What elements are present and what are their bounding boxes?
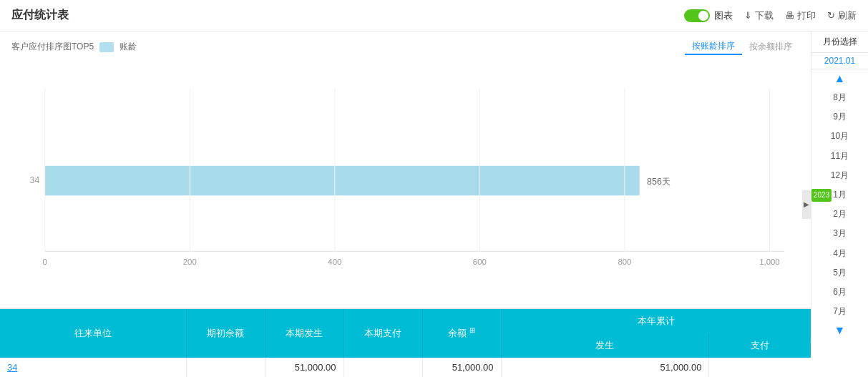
- balance-icon: ⊞: [469, 326, 475, 334]
- chart-toggle-group[interactable]: 图表: [684, 9, 733, 22]
- month-item-8[interactable]: 8月: [811, 88, 868, 107]
- content-area: 客户应付排序图TOP5 账龄 按账龄排序 按余额排序 34: [0, 31, 868, 377]
- header: 应付统计表 图表 ⇓ 下载 🖶 打印 ↻ 刷新: [0, 0, 868, 31]
- svg-text:1,000: 1,000: [759, 258, 780, 266]
- cell-current-occurrence: 51,000.00: [265, 358, 343, 377]
- page-title: 应付统计表: [11, 8, 69, 23]
- month-item-6[interactable]: 6月: [811, 283, 868, 302]
- legend-label: 客户应付排序图TOP5: [11, 41, 94, 53]
- th-vendor: 往来单位: [0, 309, 186, 358]
- table-section: 往来单位 期初余额 本期发生 本期支付 余额 ⊞ 本年累计 发生: [0, 308, 811, 377]
- month-item-5[interactable]: 5月: [811, 263, 868, 283]
- header-actions: 图表 ⇓ 下载 🖶 打印 ↻ 刷新: [684, 9, 857, 22]
- vendor-link[interactable]: 34: [7, 362, 17, 373]
- refresh-icon: ↻: [827, 10, 835, 21]
- chart-toggle[interactable]: [684, 9, 710, 22]
- sidebar-nav-up-button[interactable]: ▲: [811, 69, 868, 88]
- sort-by-amount-button[interactable]: 按账龄排序: [685, 39, 742, 55]
- month-item-1[interactable]: 2023 1月: [811, 185, 868, 205]
- sidebar-collapse-button[interactable]: ▶: [802, 190, 811, 219]
- month-item-12[interactable]: 12月: [811, 166, 868, 185]
- print-label: 打印: [797, 9, 816, 22]
- year-badge-2023: 2023: [811, 189, 832, 202]
- svg-text:800: 800: [618, 258, 631, 266]
- svg-rect-1: [45, 166, 640, 196]
- legend-box-label: 账龄: [120, 41, 137, 53]
- th-ytd-group: 本年累计: [501, 309, 811, 333]
- month-item-7[interactable]: 7月: [811, 302, 868, 321]
- cell-vendor: 34: [0, 358, 186, 377]
- sort-by-balance-button[interactable]: 按余额排序: [742, 39, 799, 55]
- th-current-payment: 本期支付: [343, 309, 422, 358]
- sidebar-nav-down-button[interactable]: ▼: [811, 321, 868, 340]
- svg-text:0: 0: [43, 258, 47, 266]
- month-item-10[interactable]: 10月: [811, 127, 868, 146]
- download-label: 下载: [755, 9, 774, 22]
- th-current-occurrence: 本期发生: [265, 309, 343, 358]
- chart-label: 图表: [714, 9, 733, 22]
- svg-text:200: 200: [183, 258, 197, 266]
- th-ytd-payment: 支付: [709, 333, 811, 358]
- legend-box: [99, 42, 114, 52]
- th-ytd-occurrence: 发生: [501, 333, 709, 358]
- month-list: 8月 9月 10月 11月 12月 2023 1月 2月 3月 4月 5月 6月…: [811, 88, 868, 321]
- th-opening-balance: 期初余额: [186, 309, 265, 358]
- chart-wrapper: 34 856天 0 200 400 600 800 1,000: [11, 61, 799, 300]
- month-item-3[interactable]: 3月: [811, 224, 868, 243]
- year-input[interactable]: [811, 53, 868, 69]
- sidebar-header: 月份选择: [811, 31, 868, 53]
- svg-text:856天: 856天: [647, 177, 670, 187]
- chart-header: 客户应付排序图TOP5 账龄 按账龄排序 按余额排序: [11, 39, 799, 55]
- data-table: 往来单位 期初余额 本期发生 本期支付 余额 ⊞ 本年累计 发生: [0, 309, 811, 377]
- bar-chart: 34 856天 0 200 400 600 800 1,000: [11, 61, 799, 300]
- sidebar-wrapper: ▶ 月份选择 ▲ 8月 9月 10月 11月 12月 2023 1月 2月 3月: [811, 31, 868, 377]
- download-icon: ⇓: [744, 10, 752, 21]
- month-item-2[interactable]: 2月: [811, 205, 868, 224]
- cell-ytd-payment: [709, 358, 811, 377]
- month-item-11[interactable]: 11月: [811, 147, 868, 166]
- th-balance: 余额 ⊞: [422, 309, 501, 358]
- print-icon: 🖶: [785, 10, 794, 21]
- download-button[interactable]: ⇓ 下载: [744, 9, 774, 22]
- cell-current-payment: [343, 358, 422, 377]
- refresh-button[interactable]: ↻ 刷新: [827, 9, 857, 22]
- cell-ytd-occurrence: 51,000.00: [501, 358, 709, 377]
- chart-sort-buttons: 按账龄排序 按余额排序: [685, 39, 799, 55]
- table-row: 34 51,000.00 51,000.00 51,000.00: [0, 358, 811, 377]
- svg-text:600: 600: [473, 258, 487, 266]
- month-item-9[interactable]: 9月: [811, 107, 868, 127]
- chart-legend: 客户应付排序图TOP5 账龄: [11, 41, 137, 53]
- month-sidebar: 月份选择 ▲ 8月 9月 10月 11月 12月 2023 1月 2月 3月 4…: [811, 31, 868, 340]
- month-item-4[interactable]: 4月: [811, 244, 868, 263]
- refresh-label: 刷新: [838, 9, 857, 22]
- svg-text:400: 400: [328, 258, 341, 266]
- chart-section: 客户应付排序图TOP5 账龄 按账龄排序 按余额排序 34: [0, 31, 811, 308]
- main-panel: 客户应付排序图TOP5 账龄 按账龄排序 按余额排序 34: [0, 31, 811, 377]
- cell-opening-balance: [186, 358, 265, 377]
- print-button[interactable]: 🖶 打印: [785, 9, 816, 22]
- table-header-row-1: 往来单位 期初余额 本期发生 本期支付 余额 ⊞ 本年累计: [0, 309, 811, 333]
- cell-balance: 51,000.00: [422, 358, 501, 377]
- svg-text:34: 34: [30, 175, 40, 185]
